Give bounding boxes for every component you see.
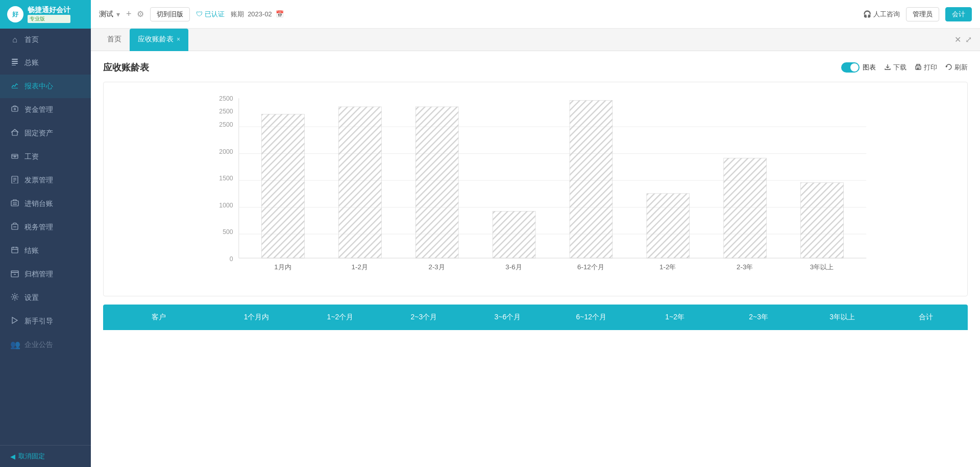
- bar-1month: [262, 114, 305, 258]
- home-icon: ⌂: [10, 35, 19, 44]
- chart-toggle[interactable]: [841, 62, 860, 73]
- calendar-icon[interactable]: 📅: [276, 10, 284, 18]
- svg-text:1500: 1500: [219, 175, 233, 182]
- print-btn[interactable]: 打印: [915, 63, 937, 72]
- svg-text:2-3年: 2-3年: [737, 263, 753, 271]
- svg-rect-2: [12, 63, 18, 64]
- svg-rect-14: [11, 201, 18, 206]
- sidebar-label-guide: 新手引导: [24, 317, 53, 326]
- svg-text:2500: 2500: [219, 121, 233, 128]
- sidebar-item-reports[interactable]: 报表中心: [0, 75, 91, 98]
- sidebar-label-reports: 报表中心: [24, 82, 53, 91]
- svg-text:3年以上: 3年以上: [810, 263, 834, 271]
- chart-area: 0 500 1000 1500 2000 2500 2500 2500: [103, 82, 968, 296]
- svg-rect-4: [12, 88, 18, 88]
- admin-btn[interactable]: 管理员: [906, 7, 939, 21]
- accountant-btn[interactable]: 会计: [945, 7, 972, 21]
- logo-icon: 好: [7, 6, 23, 22]
- svg-rect-7: [12, 131, 17, 135]
- sidebar-item-ledger[interactable]: 总账: [0, 51, 91, 75]
- svg-text:3-6月: 3-6月: [505, 263, 522, 271]
- svg-text:500: 500: [223, 228, 233, 236]
- headset-icon: 🎧: [863, 10, 871, 18]
- project-selector[interactable]: 测试 ▾: [99, 10, 120, 19]
- chart-toggle-wrap: 图表: [841, 62, 876, 73]
- sidebar-item-inventory[interactable]: 进销台账: [0, 192, 91, 216]
- svg-text:1000: 1000: [219, 202, 233, 209]
- svg-text:2500: 2500: [219, 108, 233, 115]
- sidebar-label-close: 结账: [24, 246, 39, 255]
- add-icon[interactable]: +: [126, 9, 132, 19]
- sidebar-label-archive: 归档管理: [24, 270, 53, 279]
- sidebar-label-home: 首页: [24, 35, 39, 44]
- col-customer: 客户: [103, 305, 215, 330]
- funds-icon: [10, 105, 19, 115]
- archive-icon: [10, 269, 19, 279]
- svg-point-6: [14, 108, 16, 110]
- svg-marker-27: [12, 317, 17, 323]
- sidebar-item-invoice[interactable]: 发票管理: [0, 169, 91, 192]
- ledger-icon: [10, 58, 19, 68]
- shield-icon: 🛡: [196, 10, 203, 18]
- guide-icon: [10, 316, 19, 326]
- close-period-icon: [10, 246, 19, 256]
- main-content: 测试 ▾ + ⚙ 切到旧版 🛡 已认证 账期 2023-02 📅 🎧 人工咨询 …: [91, 0, 980, 467]
- close-btn[interactable]: ✕: [954, 35, 961, 44]
- sidebar-item-funds[interactable]: 资金管理: [0, 98, 91, 122]
- sidebar-item-assets[interactable]: 固定资产: [0, 122, 91, 145]
- tab-home-label: 首页: [107, 35, 121, 44]
- tax-icon: [10, 222, 19, 232]
- tab-ar-aging-label: 应收账龄表: [138, 35, 174, 44]
- certified-badge: 🛡 已认证: [196, 10, 225, 19]
- svg-rect-0: [12, 59, 18, 60]
- gear-icon[interactable]: ⚙: [137, 9, 144, 19]
- col-2-3year: 2~3年: [717, 305, 800, 330]
- svg-rect-24: [11, 271, 18, 272]
- sidebar-item-tax[interactable]: 税务管理: [0, 216, 91, 239]
- sidebar-item-archive[interactable]: 归档管理: [0, 263, 91, 286]
- svg-text:2000: 2000: [219, 148, 233, 155]
- dropdown-icon: ▾: [116, 10, 120, 18]
- sidebar-item-home[interactable]: ⌂ 首页: [0, 29, 91, 51]
- sidebar-item-settings[interactable]: 设置: [0, 286, 91, 310]
- topbar-actions: + ⚙: [126, 9, 144, 19]
- refresh-btn[interactable]: 刷新: [945, 63, 968, 72]
- page-inner: 应收账龄表 图表 下载: [91, 51, 980, 467]
- sidebar-label-extra: 企业公告: [24, 340, 53, 349]
- expand-btn[interactable]: ⤢: [965, 35, 972, 44]
- download-btn[interactable]: 下载: [884, 63, 906, 72]
- reports-icon: [10, 81, 19, 91]
- bar-2-3year: [724, 158, 767, 259]
- svg-rect-3: [12, 65, 16, 65]
- sidebar-logo: 好 畅捷通好会计 专业版: [0, 0, 91, 29]
- col-2-3month: 2~3个月: [382, 305, 465, 330]
- sidebar-label-salary: 工资: [24, 152, 39, 161]
- sidebar-item-close[interactable]: 结账: [0, 239, 91, 263]
- tab-home[interactable]: 首页: [99, 29, 130, 51]
- switch-old-btn[interactable]: 切到旧版: [150, 7, 190, 21]
- topbar: 测试 ▾ + ⚙ 切到旧版 🛡 已认证 账期 2023-02 📅 🎧 人工咨询 …: [91, 0, 980, 29]
- bar-2-3month: [415, 107, 458, 258]
- sidebar-item-guide[interactable]: 新手引导: [0, 310, 91, 333]
- support-btn[interactable]: 🎧 人工咨询: [863, 10, 900, 19]
- sidebar-label-settings: 设置: [24, 293, 39, 302]
- col-total: 合计: [884, 305, 968, 330]
- sidebar-label-tax: 税务管理: [24, 223, 53, 232]
- print-icon: [915, 63, 922, 72]
- bar-1-2year: [647, 194, 690, 258]
- window-controls: ✕ ⤢: [954, 35, 972, 44]
- bar-1-2month: [338, 107, 381, 258]
- sidebar-label-ledger: 总账: [24, 58, 39, 67]
- sidebar-item-extra[interactable]: 👥 企业公告: [0, 333, 91, 356]
- sidebar-nav: ⌂ 首页 总账 报表中心 资金管理: [0, 29, 91, 445]
- page-title: 应收账龄表: [103, 61, 149, 74]
- cancel-fixed-btn[interactable]: ◀ 取消固定: [0, 445, 91, 467]
- tab-close-btn[interactable]: ×: [177, 36, 180, 43]
- page-actions: 图表 下载 打印: [841, 62, 968, 73]
- invoice-icon: [10, 175, 19, 185]
- sidebar-item-salary[interactable]: 工资: [0, 145, 91, 169]
- sidebar-label-assets: 固定资产: [24, 129, 53, 138]
- tab-ar-aging[interactable]: 应收账龄表 ×: [130, 29, 188, 51]
- period-display: 账期 2023-02 📅: [231, 10, 284, 19]
- col-1-2year: 1~2年: [633, 305, 717, 330]
